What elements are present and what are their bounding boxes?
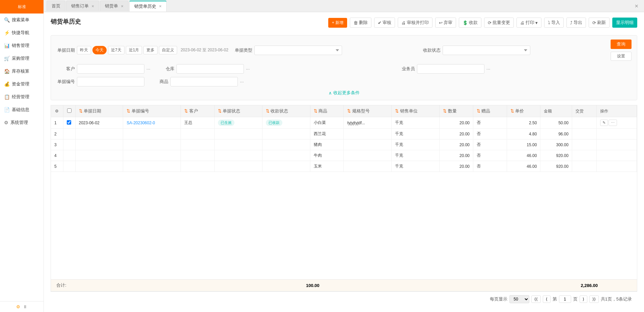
data-table: ⚙ ⇅ 单据日期 ⇅ 单据编号 ⇅ 客户 — [51, 105, 637, 172]
payment-status-label: 收款状态 — [422, 47, 441, 53]
sidebar-item-finance[interactable]: 💰 资金管理 — [0, 78, 44, 90]
chevron-up-icon: ∧ — [329, 90, 332, 96]
customer-dots-btn[interactable]: ··· — [146, 66, 150, 72]
th-settings[interactable]: ⚙ — [51, 105, 63, 117]
date-btn-more[interactable]: 更多 — [143, 46, 158, 54]
query-button[interactable]: 查询 — [611, 40, 632, 49]
warehouse-input[interactable] — [176, 64, 244, 74]
date-btn-today[interactable]: 今天 — [92, 46, 107, 54]
th-product[interactable]: ⇅ 商品 — [310, 105, 344, 117]
show-detail-button[interactable]: 显示明细 — [612, 18, 637, 28]
sidebar-item-purchase-mgmt[interactable]: 🛒 采购管理 — [0, 52, 44, 65]
sidebar-item-inventory[interactable]: 🏠 库存核算 — [0, 65, 44, 78]
th-price-sort-icon: ⇅ — [510, 108, 514, 113]
th-unit-sort-icon: ⇅ — [395, 108, 399, 113]
product-input[interactable] — [170, 77, 238, 86]
audit-print-button[interactable]: 🖨 审核并打印 — [398, 18, 432, 28]
print-button[interactable]: 🖨 打印 ▾ — [516, 18, 541, 28]
payment-status-select[interactable] — [443, 46, 530, 55]
sidebar-item-operation[interactable]: 📋 经营管理 — [0, 90, 44, 103]
th-paystatus-sort-icon: ⇅ — [266, 108, 270, 113]
batch-change-button[interactable]: ⟳ 批量变更 — [484, 18, 514, 28]
row-doc-no[interactable] — [123, 161, 181, 172]
th-customer[interactable]: ⇅ 客户 — [181, 105, 215, 117]
th-checkbox[interactable] — [63, 105, 75, 117]
collapse-button[interactable]: ∧ 收起更多条件 — [56, 90, 632, 96]
row-checkbox[interactable] — [63, 150, 75, 161]
new-button[interactable]: + 新增 — [328, 18, 347, 28]
abandon-button[interactable]: ↩ 弃审 — [435, 18, 456, 28]
sidebar-item-system[interactable]: ⚙ 系统管理 — [0, 116, 44, 129]
page-last-btn[interactable]: ⟩⟩ — [589, 295, 599, 303]
select-all-checkbox[interactable] — [67, 108, 72, 113]
row-delivery — [572, 139, 597, 150]
date-btn-yesterday[interactable]: 昨天 — [77, 46, 91, 54]
th-qty-sort-icon: ⇅ — [443, 108, 447, 113]
salesman-input[interactable] — [417, 64, 484, 74]
sidebar-item-sales-mgmt[interactable]: 📊 销售管理 — [0, 39, 44, 52]
sidebar-item-basic-info[interactable]: 📄 基础信息 — [0, 103, 44, 116]
sidebar-item-label: 库存核算 — [12, 68, 29, 74]
row-delivery — [572, 117, 597, 129]
row-checkbox[interactable] — [63, 129, 75, 139]
window-close-btn[interactable]: ✕ — [632, 3, 641, 9]
set-button[interactable]: 设置 — [611, 52, 632, 61]
page-prev-btn[interactable]: ⟨ — [543, 295, 551, 303]
date-btn-7days[interactable]: 近7天 — [108, 46, 124, 54]
sidebar-item-quick-nav[interactable]: ⚡ 快捷导航 — [0, 26, 44, 39]
date-btn-1month[interactable]: 近1月 — [126, 46, 142, 54]
date-btn-custom[interactable]: 自定义 — [159, 46, 177, 54]
table-row: 3 猪肉 千克 20.00 否 15.00 300.00 — [51, 139, 637, 150]
op-btn[interactable]: ✎ — [600, 120, 608, 126]
th-price: ⇅ 单价 — [507, 105, 540, 117]
row-doc-no[interactable] — [123, 129, 181, 139]
product-dots-btn[interactable]: ··· — [240, 79, 244, 84]
row-checkbox[interactable] — [63, 161, 75, 172]
tab-home[interactable]: 首页 — [47, 1, 65, 11]
sidebar-item-search-menu[interactable]: 🔍 搜索菜单 — [0, 14, 44, 26]
page-first-btn[interactable]: ⟨⟨ — [531, 295, 541, 303]
row-doc-no[interactable] — [123, 150, 181, 161]
tab-sales-order-close[interactable]: ✕ — [91, 4, 94, 8]
page-number-input[interactable] — [559, 295, 571, 303]
sidebar-bottom-icon2[interactable]: ⏸ — [23, 304, 27, 309]
audit-print-icon: 🖨 — [401, 20, 406, 25]
table-row: 2 西兰花 千克 20.00 否 4.80 96.00 — [51, 129, 637, 139]
doc-no-input[interactable] — [77, 77, 144, 86]
export-button[interactable]: ⤴ 导出 — [566, 18, 586, 28]
tab-sales-history[interactable]: 销货单历史 ✕ — [129, 1, 167, 11]
customer-input[interactable] — [77, 64, 144, 74]
delete-button[interactable]: 🗑 删除 — [350, 18, 371, 28]
sidebar-bottom-icon1[interactable]: ⚙ — [16, 304, 20, 309]
row-unit: 千克 — [392, 150, 440, 161]
row-amount: 920.00 — [540, 150, 572, 161]
row-checkbox[interactable] — [63, 139, 75, 150]
filter-salesman: 业务员 ··· — [396, 64, 632, 74]
collect-button[interactable]: 💲 收款 — [459, 18, 481, 28]
tab-sales-order[interactable]: 销售订单 ✕ — [66, 1, 99, 11]
product-label: 商品 — [150, 79, 168, 85]
row-price: 46.00 — [507, 161, 540, 172]
warehouse-dots-btn[interactable]: ··· — [246, 66, 250, 72]
table-row: 5 玉米 千克 20.00 否 46.00 920.00 — [51, 161, 637, 172]
th-qty-label: 数量 — [448, 108, 457, 113]
row-doc-no[interactable]: SA-20230602-0 — [123, 117, 181, 129]
tab-sales-delivery[interactable]: 销货单 ✕ — [100, 1, 129, 11]
page-next-btn[interactable]: ⟩ — [580, 295, 587, 303]
per-page-select[interactable]: 50 100 — [509, 295, 529, 303]
th-doc-no[interactable]: ⇅ 单据编号 — [123, 105, 181, 117]
th-date[interactable]: ⇅ 单据日期 — [75, 105, 123, 117]
salesman-dots-btn[interactable]: ··· — [486, 66, 491, 72]
import-button[interactable]: ⤵ 导入 — [544, 18, 564, 28]
op-btn[interactable]: ⋯ — [609, 120, 617, 126]
doc-type-select[interactable] — [254, 46, 342, 55]
row-doc-no[interactable] — [123, 139, 181, 150]
row-date — [75, 139, 123, 150]
collect-icon: 💲 — [463, 20, 468, 25]
refresh-button[interactable]: ⟳ 刷新 — [589, 18, 610, 28]
th-pay-status: ⇅ 收款状态 — [262, 105, 310, 117]
row-checkbox[interactable] — [63, 117, 75, 129]
tab-sales-history-close[interactable]: ✕ — [159, 4, 162, 8]
audit-button[interactable]: ✔ 审核 — [374, 18, 395, 28]
tab-sales-delivery-close[interactable]: ✕ — [121, 4, 123, 8]
